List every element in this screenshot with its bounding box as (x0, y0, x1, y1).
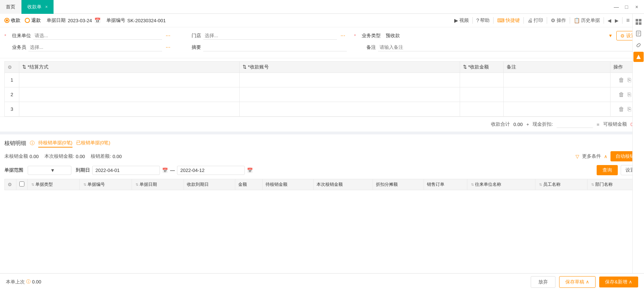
sidebar-link-icon[interactable] (633, 40, 644, 50)
bt-col-doc-num: ⇅ 单据编号 (80, 179, 132, 190)
copy-row-3-icon[interactable]: ⎘ (627, 106, 632, 112)
filter-right: ▽ 更多条件 ∧ 自动核销 (576, 151, 640, 161)
radio-refund[interactable]: 退款 (25, 17, 41, 24)
form-row-2: 业务员 ··· 摘要 备注 (4, 43, 640, 51)
date-to-input[interactable] (177, 166, 245, 175)
more-conditions-label[interactable]: 更多条件 (582, 153, 601, 160)
cell-amount-3[interactable] (460, 102, 503, 117)
store-more-icon[interactable]: ··· (339, 32, 347, 39)
copy-row-1-icon[interactable]: ⎘ (627, 77, 632, 83)
select-all-checkbox[interactable] (19, 181, 24, 187)
print-btn[interactable]: 🖨 打印 (527, 17, 543, 24)
bt-col-staff: ⇅ 员工名称 (535, 179, 587, 190)
list-icon[interactable]: ≡ (626, 17, 629, 24)
bottom-info-icon[interactable]: ⓘ (26, 279, 31, 285)
discount-input[interactable] (557, 121, 593, 128)
table-row: 2 🗑 ⎘ (5, 87, 640, 102)
divider-3 (523, 17, 524, 24)
cell-remark-2[interactable] (503, 87, 610, 102)
filter-icon[interactable]: ▽ (576, 154, 579, 159)
settings-gear-icon: ⚙ (620, 33, 625, 39)
bt-col-checkbox (16, 179, 28, 190)
video-btn[interactable]: ▶ 视频 (454, 17, 469, 24)
cell-remark-1[interactable] (503, 73, 610, 87)
sidebar-table-icon[interactable] (633, 17, 644, 27)
staff-label: 业务员 (4, 44, 26, 51)
cell-amount-2[interactable] (460, 87, 503, 102)
doc-range-select[interactable]: ▼ (28, 166, 71, 175)
nav-next-icon[interactable]: ▶ (615, 18, 619, 23)
delete-row-1-icon[interactable]: 🗑 (617, 77, 625, 83)
calendar-from-icon[interactable]: 📅 (162, 168, 168, 173)
top-nav: 首页 收款单 × — □ × (0, 0, 644, 14)
bt-settings-icon[interactable]: ⚙ (8, 182, 12, 187)
cell-settlement-2[interactable] (19, 87, 240, 102)
radio-refund-label: 退款 (31, 17, 41, 24)
sidebar-doc-icon[interactable] (633, 28, 644, 39)
cell-account-2[interactable] (239, 87, 460, 102)
available-label: 可核销金额 (603, 121, 627, 128)
tab-close-icon[interactable]: × (45, 4, 48, 9)
history-label: 历史单据 (581, 17, 600, 24)
cell-remark-3[interactable] (503, 102, 610, 117)
cell-account-1[interactable] (239, 73, 460, 87)
date-label: 单据日期 (47, 17, 66, 24)
table-settings-icon[interactable]: ⚙ (8, 64, 12, 70)
nav-prev-icon[interactable]: ◀ (608, 18, 611, 23)
col-remark: 备注 (503, 62, 610, 73)
counterparty-more-icon[interactable]: ··· (164, 32, 172, 39)
cell-settlement-1[interactable] (19, 73, 240, 87)
svg-rect-2 (636, 22, 638, 25)
staff-more-icon[interactable]: ··· (164, 44, 172, 51)
chevron-up-icon[interactable]: ∧ (604, 154, 608, 159)
doc-range-label: 单据范围 (4, 167, 23, 173)
tab-done[interactable]: 已核销单据(0笔) (76, 139, 110, 148)
print-label: 打印 (534, 17, 543, 24)
operation-btn[interactable]: ⚙ 操作 (551, 17, 566, 24)
cell-amount-1[interactable] (460, 73, 503, 87)
dropdown-icon[interactable]: ▼ (607, 33, 614, 38)
close-btn[interactable]: × (632, 3, 641, 11)
calendar-icon[interactable]: 📅 (94, 17, 101, 23)
store-input[interactable] (203, 32, 337, 40)
tab-home[interactable]: 首页 (0, 0, 21, 14)
operation-icon: ⚙ (551, 17, 555, 23)
history-icon: 📋 (574, 17, 580, 23)
bt-col-doc-date: ⇅ 单据日期 (132, 179, 184, 190)
tab-active[interactable]: 收款单 × (21, 0, 54, 14)
save-new-label: 保存&新增 (605, 279, 627, 285)
remark-input[interactable] (378, 43, 640, 51)
abandon-btn[interactable]: 放弃 (531, 276, 555, 288)
cell-settlement-3[interactable] (19, 102, 240, 117)
maximize-btn[interactable]: □ (622, 3, 631, 11)
summary-input[interactable] (203, 43, 347, 51)
sidebar-expand-icon[interactable] (633, 52, 644, 62)
col-account: ⇅ *收款账号 (239, 62, 460, 73)
calendar-to-icon[interactable]: 📅 (247, 168, 253, 173)
col-settings: ⚙ (5, 62, 19, 73)
help-btn[interactable]: ? 帮助 (476, 17, 490, 24)
delete-row-2-icon[interactable]: 🗑 (617, 91, 625, 98)
radio-receipt[interactable]: 收款 (4, 17, 20, 24)
save-draft-btn[interactable]: 保存草稿 ∧ (559, 276, 596, 288)
svg-marker-8 (636, 55, 641, 59)
date-from-input[interactable] (92, 166, 160, 175)
right-sidebar (632, 14, 644, 273)
tab-pending[interactable]: 待核销单据(0笔) (38, 139, 72, 148)
cell-account-3[interactable] (239, 102, 460, 117)
query-btn[interactable]: 查询 (597, 165, 618, 175)
svg-rect-1 (639, 19, 641, 21)
history-btn[interactable]: 📋 历史单据 (574, 17, 600, 24)
save-new-btn[interactable]: 保存&新增 ∧ (599, 277, 638, 287)
shortcut-btn[interactable]: ⌨ 快捷键 (497, 17, 520, 24)
save-new-arrow-icon: ∧ (629, 279, 632, 285)
minimize-btn[interactable]: — (612, 3, 621, 11)
col-settlement-label: *结算方式 (28, 64, 48, 70)
counterparty-input[interactable] (33, 32, 162, 40)
delete-row-3-icon[interactable]: 🗑 (617, 106, 625, 112)
copy-row-2-icon[interactable]: ⎘ (627, 91, 632, 98)
verify-info-icon[interactable]: ⓘ (30, 140, 35, 146)
staff-input[interactable] (28, 43, 162, 51)
row-num-3: 3 (5, 102, 19, 117)
keyboard-icon: ⌨ (497, 17, 504, 23)
